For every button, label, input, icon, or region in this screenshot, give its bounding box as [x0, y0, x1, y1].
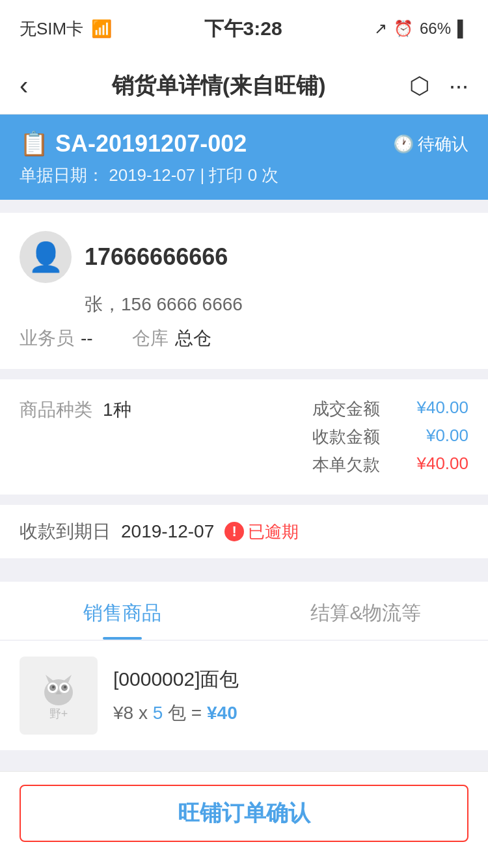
order-date: 单据日期： 2019-12-07 | 打印 0 次	[20, 164, 468, 187]
alarm-icon: ⏰	[394, 20, 413, 38]
divider-2	[0, 495, 488, 505]
overdue-icon: !	[224, 522, 244, 541]
more-icon[interactable]: ···	[449, 72, 468, 100]
overdue-badge: ! 已逾期	[224, 521, 299, 543]
amount-row-deal: 成交金额 ¥40.00	[312, 398, 468, 420]
status-bar-left: 无SIM卡 📶	[20, 18, 112, 40]
battery-label: 66%	[420, 20, 451, 38]
confirm-order-button[interactable]: 旺铺订单确认	[20, 785, 468, 842]
status-bar: 无SIM卡 📶 下午3:28 ↗ ⏰ 66% ▌	[0, 0, 488, 57]
order-icon: 📋	[20, 130, 49, 157]
amount-row-received: 收款金额 ¥0.00	[312, 426, 468, 448]
deal-amount-label: 成交金额	[312, 398, 380, 420]
svg-point-6	[64, 686, 66, 688]
due-date-value: 2019-12-07	[121, 521, 214, 542]
customer-card: 👤 17666666666 张，156 6666 6666 业务员 -- 仓库 …	[0, 213, 488, 369]
battery-icon: ▌	[457, 20, 468, 38]
product-thumbnail: 野+	[20, 657, 98, 735]
order-header: 📋 SA-20191207-002 🕐 待确认 单据日期： 2019-12-07…	[0, 115, 488, 200]
due-label: 收款到期日	[20, 519, 111, 544]
customer-name: 张，156 6666 6666	[20, 292, 468, 317]
goods-type-label: 商品种类	[20, 398, 92, 422]
customer-meta: 业务员 -- 仓库 总仓	[20, 326, 468, 351]
location-icon: ↗	[374, 20, 387, 38]
nav-actions: ⬡ ···	[409, 72, 468, 100]
avatar: 👤	[20, 231, 72, 283]
tab-sales-goods[interactable]: 销售商品	[0, 582, 244, 640]
sales-label: 业务员	[20, 326, 74, 351]
due-date-card: 收款到期日 2019-12-07 ! 已逾期	[0, 505, 488, 558]
summary-card: 商品种类 1种 成交金额 ¥40.00 收款金额 ¥0.00 本单欠款 ¥40.…	[0, 379, 488, 495]
svg-marker-9	[63, 675, 72, 683]
product-info: [0000002]面包 ¥8 x 5 包 = ¥40	[113, 666, 468, 726]
status-bar-right: ↗ ⏰ 66% ▌	[374, 20, 468, 38]
divider-1	[0, 369, 488, 379]
divider-3	[0, 558, 488, 569]
time-label: 下午3:28	[204, 16, 282, 42]
sales-item: 业务员 --	[20, 326, 93, 351]
order-id: 📋 SA-20191207-002	[20, 130, 247, 157]
order-status: 🕐 待确认	[393, 133, 468, 156]
warehouse-label: 仓库	[132, 326, 169, 351]
overdue-text: 已逾期	[248, 521, 299, 543]
carrier-label: 无SIM卡	[20, 18, 83, 40]
debt-value: ¥40.00	[416, 454, 468, 476]
product-thumb-svg	[36, 670, 81, 709]
goods-type-value: 1种	[103, 398, 131, 422]
svg-marker-8	[46, 675, 54, 683]
clock-icon: 🕐	[393, 134, 414, 154]
share-icon[interactable]: ⬡	[409, 72, 429, 100]
product-price: ¥8 x 5 包 = ¥40	[113, 701, 468, 726]
user-icon: 👤	[28, 240, 64, 274]
amounts-block: 成交金额 ¥40.00 收款金额 ¥0.00 本单欠款 ¥40.00	[312, 398, 468, 476]
tab-settlement[interactable]: 结算&物流等	[244, 582, 488, 640]
goods-type-row: 商品种类 1种	[20, 398, 131, 422]
received-value: ¥0.00	[426, 426, 468, 448]
nav-bar: ‹ 销货单详情(来自旺铺) ⬡ ···	[0, 57, 488, 115]
page-title: 销货单详情(来自旺铺)	[112, 71, 326, 101]
wifi-icon: 📶	[91, 19, 112, 39]
svg-point-5	[52, 686, 55, 688]
product-card: 野+ [0000002]面包 ¥8 x 5 包 = ¥40	[0, 641, 488, 750]
deal-amount-value: ¥40.00	[416, 398, 468, 420]
amount-row-debt: 本单欠款 ¥40.00	[312, 454, 468, 476]
debt-label: 本单欠款	[312, 454, 380, 476]
tabs: 销售商品 结算&物流等	[0, 582, 488, 640]
customer-phone: 17666666666	[85, 243, 228, 271]
product-name: [0000002]面包	[113, 666, 468, 693]
back-button[interactable]: ‹	[20, 71, 28, 100]
received-label: 收款金额	[312, 426, 380, 448]
bottom-bar: 旺铺订单确认	[0, 771, 488, 868]
sales-value: --	[81, 328, 93, 349]
warehouse-value: 总仓	[175, 326, 211, 351]
warehouse-item: 仓库 总仓	[132, 326, 211, 351]
